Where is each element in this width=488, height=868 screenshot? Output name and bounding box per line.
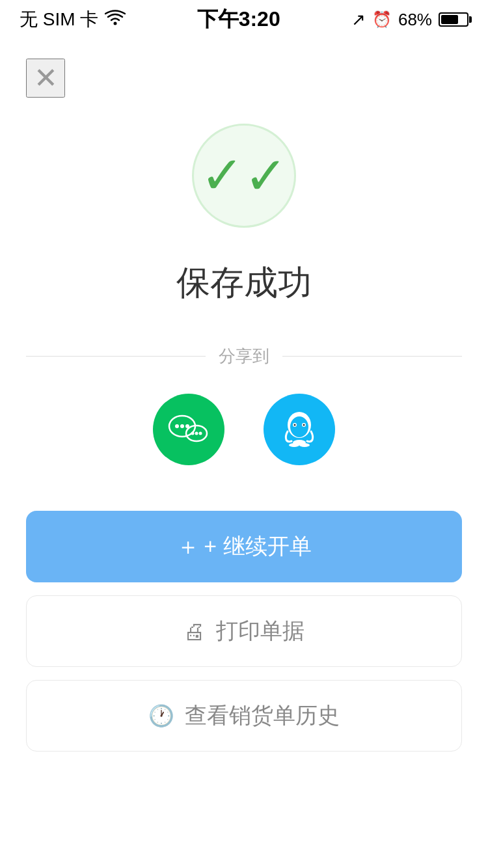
share-buttons: [153, 394, 335, 465]
alarm-icon: ⏰: [372, 10, 392, 29]
svg-point-17: [299, 443, 310, 447]
svg-point-10: [290, 416, 308, 437]
svg-point-7: [195, 431, 198, 435]
qq-share-button[interactable]: [264, 394, 335, 465]
success-title: 保存成功: [176, 260, 312, 306]
history-label: 查看销货单历史: [185, 701, 340, 731]
print-button[interactable]: 🖨 打印单据: [26, 595, 462, 667]
history-button[interactable]: 🕐 查看销货单历史: [26, 680, 462, 752]
battery-icon: [439, 12, 468, 27]
svg-point-16: [289, 443, 299, 447]
share-section: 分享到: [26, 345, 462, 465]
svg-point-13: [294, 424, 296, 426]
location-icon: ↗: [351, 10, 366, 30]
plus-icon: ＋: [176, 531, 200, 563]
checkmark-icon: ✓: [200, 146, 288, 206]
status-time: 下午3:20: [197, 5, 280, 34]
continue-order-label: + 继续开单: [204, 532, 311, 562]
svg-point-3: [180, 424, 184, 428]
status-right: ↗ ⏰ 68%: [351, 10, 468, 30]
svg-point-0: [114, 21, 117, 25]
share-label: 分享到: [219, 345, 269, 368]
wechat-icon: [168, 412, 210, 448]
history-icon: 🕐: [148, 703, 174, 728]
divider-left: [26, 356, 206, 357]
status-left: 无 SIM 卡: [20, 7, 126, 32]
svg-point-2: [175, 424, 179, 428]
svg-point-8: [198, 431, 202, 435]
carrier-text: 无 SIM 卡: [20, 7, 98, 32]
success-icon-container: ✓: [192, 124, 296, 228]
print-label: 打印单据: [216, 616, 305, 646]
wechat-share-button[interactable]: [153, 394, 224, 465]
qq-icon: [280, 409, 319, 451]
divider-right: [282, 356, 462, 357]
close-icon: ✕: [34, 64, 58, 92]
wifi-icon: [105, 9, 126, 31]
status-bar: 无 SIM 卡 下午3:20 ↗ ⏰ 68%: [0, 0, 488, 39]
action-buttons: ＋ + 继续开单 🖨 打印单据 🕐 查看销货单历史: [26, 511, 462, 752]
main-content: ✕ ✓ 保存成功 分享到: [0, 39, 488, 868]
print-icon: 🖨: [183, 619, 206, 644]
share-divider: 分享到: [26, 345, 462, 368]
continue-order-button[interactable]: ＋ + 继续开单: [26, 511, 462, 582]
close-button[interactable]: ✕: [26, 59, 65, 98]
battery-pct-text: 68%: [398, 10, 432, 30]
svg-point-14: [303, 424, 305, 426]
svg-point-6: [191, 431, 194, 435]
